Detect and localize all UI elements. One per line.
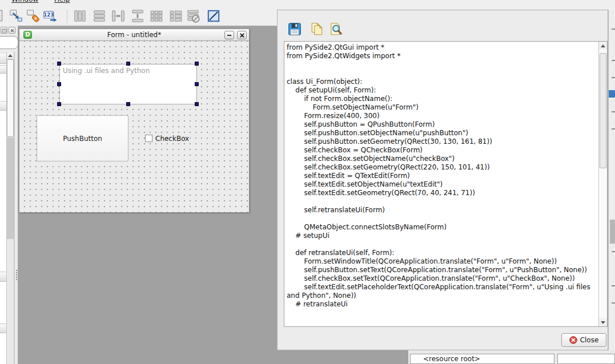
code-scrollbar[interactable] (598, 42, 607, 326)
widget-box-scrollbar[interactable] (6, 52, 14, 364)
selection-handle-top-right[interactable] (195, 62, 199, 66)
adjust-size-icon[interactable] (206, 9, 221, 23)
scroll-down-icon[interactable] (599, 318, 607, 326)
list-item[interactable] (0, 65, 6, 74)
selection-handle-mid-left[interactable] (57, 82, 61, 86)
inspector-selected-row[interactable] (609, 90, 615, 98)
close-button[interactable]: Close (561, 333, 606, 347)
layout-vertically-splitter-icon (130, 9, 145, 23)
inspector-panel-sliver (608, 10, 615, 364)
scroll-up-icon[interactable] (7, 52, 14, 59)
dock-splitter[interactable] (14, 52, 18, 364)
code-view[interactable]: from PySide2.QtGui import * from PySide2… (284, 41, 608, 327)
tree-branch-mark (612, 60, 615, 61)
layout-grid-icon (149, 9, 164, 23)
resource-list[interactable] (557, 354, 615, 364)
layout-horizontally-icon (73, 9, 87, 23)
edit-signals-slots-icon[interactable] (9, 9, 23, 23)
python-code-dialog: from PySide2.QtGui import * from PySide2… (277, 10, 608, 350)
break-layout-icon (186, 9, 200, 23)
menu-window[interactable]: Window (11, 0, 38, 3)
menubar: Window Help (0, 0, 615, 5)
checkbox-indicator[interactable] (145, 135, 152, 142)
copy-icon[interactable] (309, 22, 324, 37)
resource-browser-panel: <resource root> (408, 350, 615, 364)
widget-box-dock (0, 26, 18, 364)
widget-filter-input[interactable] (0, 36, 18, 49)
selection-handle-mid-right[interactable] (195, 82, 199, 86)
layout-vertically-icon (92, 9, 107, 23)
list-item[interactable] (0, 52, 6, 64)
tab-order-123-text: 123 (43, 12, 54, 18)
dock-close-button[interactable] (9, 27, 15, 34)
tree-branch-mark (612, 111, 615, 112)
tree-branch-mark (612, 251, 615, 252)
tree-branch-mark (612, 302, 615, 304)
tree-branch-mark (612, 128, 615, 130)
generated-python-code[interactable]: from PySide2.QtGui import * from PySide2… (287, 43, 596, 309)
find-icon[interactable] (328, 22, 343, 37)
scrollbar-track[interactable] (7, 137, 14, 239)
tree-branch-mark (612, 29, 615, 30)
main-toolbar: 123 (0, 5, 277, 26)
pushbutton-widget[interactable]: PushButton (37, 115, 128, 161)
form-designer-window: D Form - untitled* Using .ui files and P… (19, 29, 250, 213)
list-item[interactable] (0, 272, 6, 282)
close-red-icon (569, 336, 577, 344)
tree-branch-mark (612, 77, 615, 78)
selection-handle-bottom-mid[interactable] (126, 102, 130, 106)
textedit-widget[interactable]: Using .ui files and Python (59, 64, 197, 104)
minimize-icon (227, 35, 231, 36)
list-item[interactable] (0, 101, 6, 111)
edit-buddies-icon[interactable] (26, 9, 41, 23)
toolbar-separator (67, 10, 67, 23)
close-icon (10, 28, 15, 33)
form-window-title: Form - untitled* (19, 29, 249, 41)
layout-horizontally-splitter-icon (111, 9, 126, 23)
scrollbar-thumb[interactable] (610, 220, 615, 244)
form-minimize-button[interactable] (224, 31, 234, 39)
scroll-up-icon[interactable] (599, 42, 607, 50)
widget-box-list (0, 52, 6, 364)
layout-form-icon (168, 9, 183, 23)
scrollbar-thumb[interactable] (600, 53, 606, 168)
qt-designer-screen: Window Help 123 (0, 0, 615, 364)
scrollbar-thumb[interactable] (7, 59, 14, 137)
form-canvas[interactable]: Using .ui files and Python PushButton Ch… (19, 41, 249, 212)
float-icon (2, 28, 7, 33)
checkbox-label: CheckBox (155, 135, 189, 143)
edit-widgets-icon[interactable] (0, 9, 5, 23)
resource-root-item[interactable]: <resource root> (411, 354, 554, 363)
form-window-titlebar[interactable]: D Form - untitled* (19, 29, 249, 41)
selection-handle-bottom-left[interactable] (57, 102, 61, 106)
splitter-handle-icon[interactable] (16, 270, 17, 280)
edit-tab-order-icon[interactable]: 123 (43, 9, 59, 23)
list-item[interactable] (0, 323, 6, 333)
close-button-label: Close (580, 336, 599, 344)
dock-float-button[interactable] (1, 27, 7, 34)
save-icon[interactable] (287, 22, 302, 37)
resource-tree[interactable]: <resource root> (410, 354, 554, 364)
tree-branch-mark (612, 285, 615, 286)
selection-handle-bottom-right[interactable] (195, 102, 199, 106)
menu-help[interactable]: Help (54, 0, 70, 3)
close-icon (239, 33, 245, 38)
selection-handle-top-mid[interactable] (126, 62, 130, 66)
form-close-button[interactable] (237, 31, 247, 39)
checkbox-widget[interactable]: CheckBox (145, 127, 203, 150)
selection-handle-top-left[interactable] (57, 62, 61, 66)
